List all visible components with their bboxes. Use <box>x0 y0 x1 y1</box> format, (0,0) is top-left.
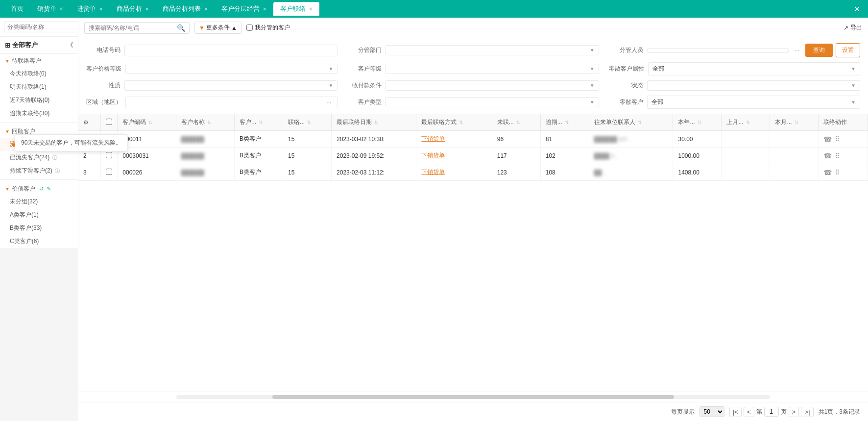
scrollbar-thumb[interactable] <box>272 395 674 399</box>
row-3-checkbox[interactable] <box>106 169 112 175</box>
tab-analysis-close[interactable]: ✕ <box>145 6 149 12</box>
refresh-icon[interactable]: ↺ <box>39 186 44 192</box>
sidebar-item-overdue-contact[interactable]: 逾期未联络(30) <box>0 107 78 120</box>
sidebar-group-waiting[interactable]: ▼ 待联络客户 <box>0 54 78 67</box>
horizontal-scroll-area <box>78 392 868 402</box>
sidebar-item-b-class[interactable]: B类客户(33) <box>0 222 78 235</box>
tab-customer-segment[interactable]: 客户分层经营 ✕ <box>215 2 273 16</box>
page-prev-button[interactable]: < <box>744 407 754 417</box>
sidebar-item-churned[interactable]: 已流失客户(24) ⓘ <box>0 151 78 164</box>
tab-customer-contact[interactable]: 客户联络 ✕ <box>273 2 319 16</box>
sidebar-item-tomorrow-contact[interactable]: 明天待联络(1) <box>0 80 78 94</box>
tab-analysis[interactable]: 商品分析 ✕ <box>110 2 156 16</box>
th-current-year-sort-icon[interactable]: ⇅ <box>698 120 701 125</box>
settings-icon[interactable]: ⚙ <box>83 119 89 126</box>
tab-analysis-list-close[interactable]: ✕ <box>204 6 208 12</box>
tab-home[interactable]: 首页 <box>4 2 30 16</box>
td-action-1: ☎ ⠿ <box>819 131 868 148</box>
tab-sales-close[interactable]: ✕ <box>59 6 63 12</box>
sidebar-item-ungrouped[interactable]: 未分组(32) <box>0 195 78 208</box>
price-level-label: 客户价格等级 <box>86 65 121 73</box>
payment-select[interactable]: ▼ <box>386 80 599 91</box>
th-code-sort-icon[interactable]: ⇅ <box>148 120 152 125</box>
per-page-select[interactable]: 50 100 200 <box>699 406 724 417</box>
row-2-checkbox[interactable] <box>106 152 112 158</box>
price-level-select[interactable]: ▼ <box>125 64 338 74</box>
more-conditions-button[interactable]: ▼ 更多条件 ▲ <box>194 22 241 34</box>
retail-select[interactable]: 全部 ▼ <box>647 96 860 109</box>
sidebar-item-churned-label: 已流失客户(24) <box>10 154 49 161</box>
retail-attr-chevron-icon: ▼ <box>851 66 856 72</box>
manager-dots-button[interactable]: ··· <box>793 47 801 54</box>
setting-button[interactable]: 设置 <box>836 43 860 57</box>
td-last-type-3-link[interactable]: 下销货单 <box>421 169 445 175</box>
td-action-3: ☎ ⠿ <box>819 164 868 181</box>
tab-analysis-list-label: 商品分析列表 <box>163 4 201 13</box>
tab-analysis-list[interactable]: 商品分析列表 ✕ <box>156 2 215 16</box>
more-icon-1[interactable]: ⠿ <box>835 135 840 143</box>
manager-select[interactable] <box>647 48 789 53</box>
phone-input[interactable] <box>124 45 338 56</box>
page-next-button[interactable]: > <box>789 407 799 417</box>
th-last-type-sort-icon[interactable]: ⇅ <box>459 120 463 125</box>
query-button[interactable]: 查询 <box>805 44 833 57</box>
select-all-checkbox[interactable] <box>106 119 112 125</box>
sidebar-item-7day-contact[interactable]: 近7天待联络(0) <box>0 94 78 107</box>
td-last-type-1-link[interactable]: 下销货单 <box>421 135 445 142</box>
sidebar-all-customers[interactable]: ⊞ 全部客户 《 <box>0 37 78 54</box>
edit-icon[interactable]: ✎ <box>47 186 51 192</box>
more-icon-2[interactable]: ⠿ <box>835 152 840 160</box>
th-unit-contact-sort-icon[interactable]: ⇅ <box>638 120 642 125</box>
contact-icon-3[interactable]: ☎ <box>823 169 832 176</box>
th-name-sort-icon[interactable]: ⇅ <box>207 120 211 125</box>
td-last-type-2-link[interactable]: 下销货单 <box>421 152 445 159</box>
sidebar-item-declining[interactable]: 持续下滑客户(2) ⓘ <box>0 164 78 177</box>
sidebar-search-input[interactable] <box>4 22 78 32</box>
tab-purchase-close[interactable]: ✕ <box>99 6 103 12</box>
action-icons-3: ☎ ⠿ <box>823 169 863 176</box>
page-last-button[interactable]: >| <box>801 407 813 417</box>
search-icon[interactable]: 🔍 <box>177 24 185 32</box>
filter-row-gender: 性质 ▼ <box>86 80 338 91</box>
export-button[interactable]: ↗ 导出 <box>844 24 862 32</box>
region-select[interactable]: ··· <box>125 97 338 108</box>
dept-select[interactable]: ▼ <box>386 45 599 55</box>
my-customers-label: 我分管的客户 <box>255 24 290 32</box>
more-icon-3[interactable]: ⠿ <box>835 169 840 176</box>
contact-icon-2[interactable]: ☎ <box>823 152 832 160</box>
gender-select[interactable]: ▼ <box>124 80 338 91</box>
tab-sales[interactable]: 销货单 ✕ <box>30 2 70 16</box>
th-last-date-sort-icon[interactable]: ⇅ <box>374 120 378 125</box>
th-type-sort-icon[interactable]: ⇅ <box>259 120 263 125</box>
th-last-month-sort-icon[interactable]: ⇅ <box>746 120 750 125</box>
status-select[interactable]: ▼ <box>647 80 860 91</box>
tab-purchase[interactable]: 进货单 ✕ <box>70 2 110 16</box>
th-this-month-sort-icon[interactable]: ⇅ <box>795 120 798 125</box>
customer-type-select[interactable]: ▼ <box>386 97 599 107</box>
search-input[interactable] <box>89 25 177 31</box>
window-close-button[interactable]: ✕ <box>850 2 864 16</box>
sidebar-item-a-class[interactable]: A类客户(1) <box>0 208 78 222</box>
th-type: 客户... ⇅ <box>235 114 283 131</box>
td-this-month-2 <box>770 148 819 164</box>
th-not-contacted-sort-icon[interactable]: ⇅ <box>516 120 520 125</box>
status-label: 状态 <box>609 81 643 90</box>
tab-customer-segment-close[interactable]: ✕ <box>263 6 266 12</box>
sidebar-item-today-contact[interactable]: 今天待联络(0) <box>0 67 78 80</box>
my-customers-checkbox-label[interactable]: 我分管的客户 <box>246 24 290 32</box>
customer-level-select[interactable]: ▼ <box>386 64 599 74</box>
action-icons-2: ☎ ⠿ <box>823 152 863 160</box>
tab-customer-contact-close[interactable]: ✕ <box>309 6 313 12</box>
th-contact-sort-icon[interactable]: ⇅ <box>307 120 311 125</box>
region-dots-button[interactable]: ··· <box>324 99 333 106</box>
page-input[interactable] <box>764 407 779 417</box>
th-overdue-sort-icon[interactable]: ⇅ <box>565 120 569 125</box>
sidebar-item-c-class[interactable]: C类客户(6) <box>0 235 78 248</box>
contact-icon-1[interactable]: ☎ <box>823 135 832 143</box>
page-first-button[interactable]: |< <box>729 407 742 417</box>
retail-attr-select[interactable]: 全部 ▼ <box>648 62 860 75</box>
my-customers-checkbox[interactable] <box>246 25 253 31</box>
tab-customer-segment-label: 客户分层经营 <box>221 4 260 13</box>
horizontal-scrollbar[interactable] <box>176 395 770 399</box>
sidebar-group-value[interactable]: ▼ 价值客户 ↺ ✎ <box>0 182 78 195</box>
